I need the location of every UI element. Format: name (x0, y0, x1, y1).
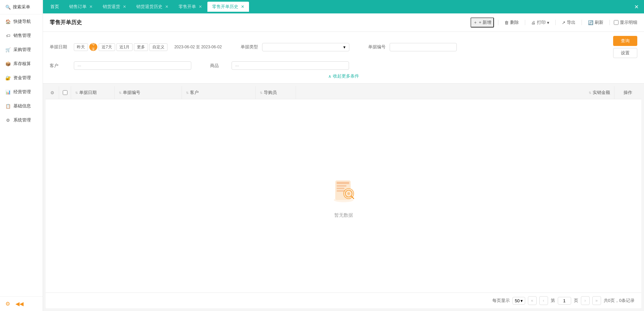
date-filter-label: 单据日期 (50, 44, 68, 50)
filter-row-1: 单据日期 昨天 今天 近7天 近1月 更多 自定义 2023-06-02 至 2… (50, 36, 637, 58)
sidebar-item-label: 资金管理 (13, 75, 31, 81)
svg-rect-3 (337, 185, 346, 187)
divider-5 (609, 20, 610, 25)
settings-filter-button[interactable]: 设置 (613, 48, 637, 58)
display-toggle-checkbox[interactable] (614, 20, 618, 25)
page-size-value: 50 (515, 298, 519, 303)
th-customer[interactable]: ⇅ 客户 (182, 86, 256, 99)
tab-retail-open-close[interactable]: ✕ (199, 5, 202, 9)
custom-btn[interactable]: 自定义 (149, 43, 167, 51)
tab-home[interactable]: 首页 (46, 2, 64, 12)
sidebar-item-operations[interactable]: 📊 经营管理 (0, 85, 43, 99)
no-input[interactable] (390, 43, 457, 51)
cart-icon: 🛒 (5, 47, 11, 52)
sidebar-item-inventory[interactable]: 📦 库存核算 (0, 57, 43, 71)
week-btn[interactable]: 近7天 (99, 43, 115, 51)
sidebar-item-sales-mgmt[interactable]: 🏷 销售管理 (0, 29, 43, 43)
tab-sales-return-history-label: 销货退货历史 (136, 4, 162, 10)
home-icon: 🏠 (5, 19, 11, 24)
month-btn[interactable]: 近1月 (116, 43, 133, 51)
tab-sales-return-label: 销货退货 (103, 4, 120, 10)
page-title: 零售开单历史 (50, 19, 82, 26)
display-toggle[interactable]: 显示明细 (614, 19, 637, 25)
page-size-select[interactable]: 50 ▾ (512, 297, 525, 305)
export-label: 导出 (567, 19, 576, 25)
type-select[interactable]: ▾ (262, 43, 349, 51)
svg-rect-2 (337, 182, 349, 184)
next-page-btn[interactable]: › (581, 296, 590, 305)
th-guide[interactable]: ⇅ 导购员 (256, 86, 296, 99)
tab-retail-open-history-close[interactable]: ✕ (241, 5, 244, 9)
date-buttons: 昨天 今天 近7天 近1月 更多 自定义 (74, 43, 167, 51)
sidebar-item-finance[interactable]: 🔐 资金管理 (0, 71, 43, 85)
page-input[interactable] (558, 297, 571, 305)
collapse-button[interactable]: ∧ 收起更多条件 (50, 73, 637, 79)
print-icon: 🖨 (531, 20, 536, 25)
today-btn[interactable]: 今天 (89, 43, 97, 51)
export-button[interactable]: ↗ 导出 (560, 18, 578, 27)
table-select-all[interactable] (59, 86, 71, 99)
sort-icon-no: ⇅ (119, 91, 121, 95)
sidebar-item-label: 系统管理 (13, 117, 31, 123)
tab-sales-return-close[interactable]: ✕ (123, 5, 126, 9)
refresh-icon: 🔄 (588, 20, 593, 25)
type-filter-label: 单据类型 (241, 44, 259, 50)
collapse-sidebar-icon[interactable]: ◀◀ (15, 301, 23, 307)
tab-retail-open[interactable]: 零售开单 ✕ (174, 2, 207, 12)
th-no[interactable]: ⇅ 单据编号 (115, 86, 182, 99)
sidebar-item-basics[interactable]: 📋 基础信息 (0, 99, 43, 113)
delete-icon: 🗑 (504, 20, 509, 25)
print-dropdown-icon: ▾ (547, 20, 549, 25)
add-button[interactable]: ＋ + 新增 (470, 17, 494, 28)
tab-sales-order-close[interactable]: ✕ (89, 5, 93, 9)
refresh-button[interactable]: 🔄 刷新 (586, 18, 605, 27)
th-action: 操作 (614, 86, 641, 99)
tab-sales-order[interactable]: 销售订单 ✕ (64, 2, 97, 12)
print-button[interactable]: 🖨 打印 ▾ (529, 18, 551, 27)
svg-point-9 (347, 192, 350, 195)
yesterday-btn[interactable]: 昨天 (74, 43, 88, 51)
content-area: 零售开单历史 ＋ + 新增 🗑 删除 🖨 打印 ▾ (43, 13, 644, 311)
settings-icon[interactable]: ⚙ (5, 301, 10, 307)
add-icon: ＋ (473, 19, 478, 25)
tab-sales-return-history-close[interactable]: ✕ (165, 5, 168, 9)
empty-state: 暂无数据 (46, 99, 641, 293)
tab-sales-return-history[interactable]: 销货退货历史 ✕ (132, 2, 173, 12)
goods-filter-label: 商品 (210, 63, 229, 69)
th-customer-label: 客户 (190, 90, 199, 96)
table-area: ⚙ ⇅ 单据日期 ⇅ 单据编号 ⇅ 客户 ⇅ 导购员 (46, 86, 641, 308)
sidebar-item-label: 基础信息 (13, 103, 31, 109)
table-header: ⚙ ⇅ 单据日期 ⇅ 单据编号 ⇅ 客户 ⇅ 导购员 (46, 86, 641, 99)
first-page-btn[interactable]: « (528, 296, 537, 305)
divider-1 (498, 20, 498, 25)
window-close-button[interactable]: ✕ (632, 4, 641, 10)
sort-icon-up: ⇅ (75, 91, 78, 95)
tab-retail-open-history[interactable]: 零售开单历史 ✕ (207, 2, 249, 12)
last-page-btn[interactable]: » (592, 296, 601, 305)
delete-button[interactable]: 🗑 删除 (502, 18, 521, 27)
sidebar-item-quick-nav[interactable]: 🏠 快捷导航 (0, 14, 43, 29)
divider-2 (525, 20, 525, 25)
tab-sales-return[interactable]: 销货退货 ✕ (98, 2, 131, 12)
svg-rect-4 (337, 188, 344, 189)
th-amount-label: 实销金额 (593, 90, 610, 96)
box-icon: 📦 (5, 61, 11, 66)
customer-input[interactable]: ··· (74, 61, 191, 70)
th-action-label: 操作 (624, 90, 632, 96)
th-date[interactable]: ⇅ 单据日期 (71, 86, 115, 99)
goods-input[interactable]: ··· (232, 61, 349, 70)
page-of-label: 页 (574, 298, 578, 304)
select-all-checkbox[interactable] (63, 90, 67, 95)
search-button[interactable]: 查询 (613, 36, 637, 46)
sidebar-item-purchase-mgmt[interactable]: 🛒 采购管理 (0, 43, 43, 57)
table-settings-btn[interactable]: ⚙ (46, 86, 59, 99)
gear-icon: ⚙ (5, 117, 11, 123)
more-btn[interactable]: 更多 (134, 43, 148, 51)
divider-3 (555, 20, 556, 25)
sidebar-nav: 🏠 快捷导航 🏷 销售管理 🛒 采购管理 📦 库存核算 🔐 资金管理 📊 经营管… (0, 14, 43, 296)
sidebar-search[interactable]: 🔍 搜索采单 (0, 0, 43, 14)
goods-ellipsis: ··· (235, 63, 239, 68)
prev-page-btn[interactable]: ‹ (539, 296, 548, 305)
th-amount[interactable]: ⇅ 实销金额 (296, 86, 614, 99)
sidebar-item-system[interactable]: ⚙ 系统管理 (0, 113, 43, 127)
